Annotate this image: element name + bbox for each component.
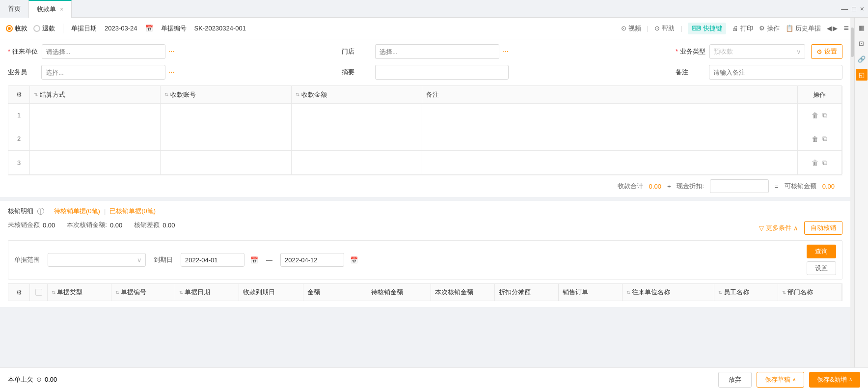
- settings-label: 设置: [824, 47, 837, 56]
- cal-from-icon[interactable]: 📅: [250, 256, 258, 264]
- query-btn[interactable]: 查询: [807, 245, 836, 258]
- reconcile-info-icon[interactable]: i: [37, 208, 44, 215]
- toolbar-right: ⊙ 视频 | ⊙ 帮助 | ⌨ 快捷键 🖨 打印 ⚙ 操作 📋 历史单据 ◀ ▶…: [621, 23, 862, 34]
- video-action[interactable]: ⊙ 视频: [621, 24, 641, 33]
- th-amount: ⇅ 收款金额: [292, 86, 422, 104]
- row-1-copy-icon[interactable]: ⧉: [822, 111, 827, 119]
- filter-setting-btn[interactable]: 设置: [807, 261, 836, 275]
- row-2-account[interactable]: [161, 127, 291, 151]
- range-field: 单据范围 ∨: [14, 253, 146, 267]
- party-more-icon[interactable]: ···: [168, 48, 175, 56]
- remark-input[interactable]: [709, 65, 842, 80]
- sub-table-header: ⚙ ⇅ 单据类型 ⇅ 单据编号 ⇅ 单据日期 收款到期日 金额 待核销金额 本次…: [8, 283, 842, 301]
- sidebar-icon-4[interactable]: ◱: [856, 69, 868, 81]
- due-from-input[interactable]: 2022-04-01: [181, 253, 244, 267]
- scrollbar-thumb[interactable]: [851, 28, 854, 57]
- th-gear[interactable]: ⚙: [8, 86, 30, 104]
- select-all-checkbox[interactable]: [35, 289, 42, 296]
- history-action[interactable]: 📋 历史单据: [786, 24, 821, 33]
- remark-label: 备注: [676, 68, 705, 77]
- row-3-copy-icon[interactable]: ⧉: [822, 159, 827, 167]
- due-to-input[interactable]: 2022-04-12: [280, 253, 344, 267]
- staff-more-icon[interactable]: ···: [168, 68, 175, 76]
- date-value[interactable]: 2023-03-24: [105, 25, 137, 32]
- shortcut-action[interactable]: ⌨ 快捷键: [688, 23, 726, 34]
- tab-close-icon[interactable]: ×: [60, 6, 63, 13]
- ops-label: 操作: [767, 24, 780, 33]
- sub-th-check[interactable]: [30, 283, 48, 301]
- row-2-copy-icon[interactable]: ⧉: [822, 135, 827, 143]
- tab-receipt[interactable]: 收款单 ×: [28, 0, 72, 18]
- sidebar-icon-3[interactable]: 🔗: [856, 53, 868, 65]
- nav-prev-icon[interactable]: ◀: [827, 25, 832, 32]
- cal-to-icon[interactable]: 📅: [350, 256, 358, 264]
- row-3-settlement[interactable]: [30, 151, 161, 174]
- calendar-icon[interactable]: 📅: [145, 25, 153, 32]
- summary-field: 摘要: [342, 65, 509, 80]
- net-label: 可核销金额: [785, 182, 816, 191]
- radio-refund[interactable]: 退款: [33, 24, 55, 33]
- row-2-delete-icon[interactable]: 🗑: [812, 135, 818, 143]
- tab-pending[interactable]: 待核销单据(0笔): [54, 207, 100, 216]
- save-draft-btn[interactable]: 保存草稿 ∧: [757, 372, 804, 388]
- save-new-btn[interactable]: 保存&新增 ∧: [809, 372, 860, 388]
- row-1-remark[interactable]: [422, 104, 798, 127]
- more-conditions-btn[interactable]: ▽ 更多条件 ∧: [759, 223, 798, 232]
- row-num-3: 3: [8, 151, 30, 174]
- row-3-remark[interactable]: [422, 151, 798, 174]
- stat-this-label: 本次核销金额:: [67, 221, 107, 229]
- tab-done[interactable]: 已核销单据(0笔): [109, 207, 156, 216]
- row-1-settlement[interactable]: [30, 104, 161, 127]
- biz-input[interactable]: 预收款: [709, 44, 805, 59]
- sub-th-employee: ⇅ 员工名称: [714, 283, 778, 301]
- row-1-delete-icon[interactable]: 🗑: [812, 112, 818, 119]
- print-action[interactable]: 🖨 打印: [732, 24, 753, 33]
- sidebar-icon-2[interactable]: ⊡: [856, 37, 868, 49]
- view-list-icon[interactable]: ≡: [843, 23, 849, 33]
- equals-sign: =: [775, 183, 779, 190]
- range-select[interactable]: [48, 253, 146, 267]
- ops-action[interactable]: ⚙ 操作: [759, 24, 780, 33]
- shop-more-icon[interactable]: ···: [502, 48, 509, 56]
- summary-input[interactable]: [375, 65, 509, 80]
- help-action[interactable]: ⊙ 帮助: [654, 24, 675, 33]
- th-account: ⇅ 收款账号: [161, 86, 291, 104]
- party-input[interactable]: [42, 44, 165, 59]
- th-account-label: 收款账号: [170, 90, 196, 99]
- radio-receipt[interactable]: 收款: [6, 24, 27, 33]
- biz-field: 业务类型 预收款 ∨ ⚙ 设置: [676, 44, 842, 59]
- th-remark-label: 备注: [426, 90, 439, 99]
- discard-btn[interactable]: 放弃: [718, 372, 752, 388]
- settings-button[interactable]: ⚙ 设置: [811, 44, 842, 59]
- nav-next-icon[interactable]: ▶: [833, 25, 838, 32]
- staff-input[interactable]: [41, 65, 165, 80]
- tab-home[interactable]: 首页: [0, 0, 28, 18]
- row-3-account[interactable]: [161, 151, 291, 174]
- shortcut-label: 快捷键: [703, 24, 722, 33]
- print-icon: 🖨: [732, 25, 738, 32]
- minimize-icon[interactable]: —: [841, 5, 848, 13]
- maximize-icon[interactable]: □: [852, 5, 856, 13]
- row-1-account[interactable]: [161, 104, 291, 127]
- row-1-amount[interactable]: [292, 104, 422, 127]
- discount-input[interactable]: [710, 179, 769, 193]
- help-label: 帮助: [662, 24, 675, 33]
- sub-th-dept: ⇅ 部门名称: [778, 283, 842, 301]
- th-remark: 备注: [422, 86, 798, 104]
- auto-reconcile-btn[interactable]: 自动核销: [804, 221, 842, 235]
- shortcut-icon: ⌨: [692, 25, 701, 32]
- row-3-amount[interactable]: [292, 151, 422, 174]
- shop-input[interactable]: [375, 44, 499, 59]
- doc-value[interactable]: SK-20230324-001: [194, 25, 246, 32]
- print-label: 打印: [740, 24, 753, 33]
- sidebar-icon-1[interactable]: ▦: [856, 22, 868, 33]
- row-3-delete-icon[interactable]: 🗑: [812, 159, 818, 167]
- sub-th-gear[interactable]: ⚙: [8, 283, 30, 301]
- row-2-remark[interactable]: [422, 127, 798, 151]
- row-2-amount[interactable]: [292, 127, 422, 151]
- scrollbar[interactable]: [850, 18, 854, 391]
- radio-receipt-dot: [6, 25, 13, 32]
- bottom-stat-icon[interactable]: ⊙: [36, 376, 42, 383]
- row-2-settlement[interactable]: [30, 127, 161, 151]
- close-window-icon[interactable]: ×: [860, 5, 864, 13]
